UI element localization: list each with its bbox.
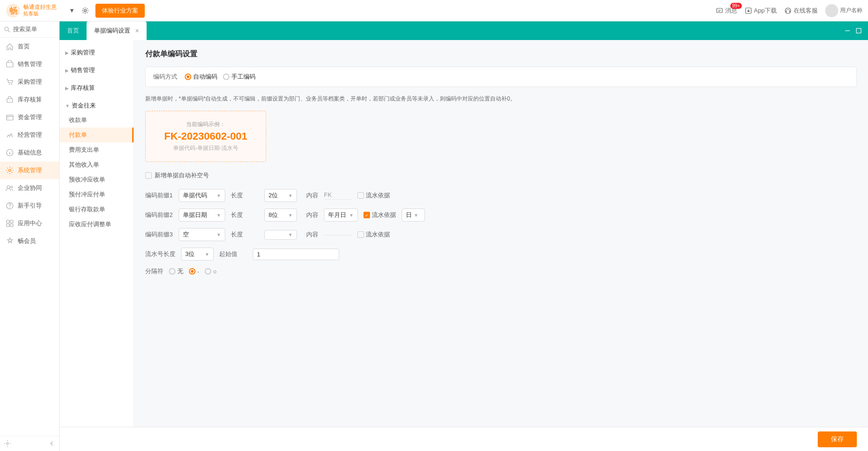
tab-minimize-icon[interactable] xyxy=(844,27,851,34)
prefix3-length-select[interactable]: ▼ xyxy=(264,230,297,240)
separator-circle-radio[interactable] xyxy=(205,268,211,275)
sidebar-item-collab[interactable]: 企业协同 xyxy=(0,179,59,197)
preview-label: 当前编码示例： xyxy=(155,121,256,128)
submenu-item-adjust[interactable]: 应收应付调整单 xyxy=(60,217,134,232)
save-button[interactable]: 保存 xyxy=(818,431,857,447)
prefix1-length-select[interactable]: 2位 ▼ xyxy=(264,189,297,202)
separator-circle-option[interactable]: ○ xyxy=(205,268,217,275)
manual-encode-option[interactable]: 手工编码 xyxy=(223,73,256,81)
svg-point-19 xyxy=(9,207,10,208)
submenu-group-purchase-title[interactable]: ▶ 采购管理 xyxy=(60,46,134,60)
tab-close-icon[interactable]: ✕ xyxy=(135,28,139,34)
prefix2-content-select[interactable]: 年月日 ▼ xyxy=(324,209,358,222)
logo-area: 畅 畅通道好生意 拓客版 xyxy=(6,3,65,18)
prefix3-flow-depend[interactable]: 流水依据 xyxy=(357,230,390,239)
auto-fill-row: 新增单据自动补空号 xyxy=(145,171,857,180)
submenu-item-adjust-label: 应收应付调整单 xyxy=(69,221,111,228)
tab-settings[interactable]: 单据编码设置 ✕ xyxy=(87,21,147,40)
sidebar-item-finance-label: 资金管理 xyxy=(18,113,42,121)
prefix2-flow-checkbox[interactable]: ✓ xyxy=(363,212,370,218)
sidebar-search[interactable]: 搜索菜单 xyxy=(0,21,59,38)
serial-start-input[interactable] xyxy=(253,249,339,260)
sidebar-item-inventory[interactable]: 库存核算 xyxy=(0,91,59,108)
submenu-item-expense[interactable]: 费用支出单 xyxy=(60,142,134,157)
sidebar-item-manage[interactable]: 经营管理 xyxy=(0,126,59,144)
svg-point-15 xyxy=(9,169,11,172)
nav-dropdown[interactable]: ▼ xyxy=(69,7,75,14)
prefix3-flow-checkbox[interactable] xyxy=(357,231,364,238)
sidebar-item-guide-label: 新手引导 xyxy=(18,202,42,210)
settings-gear-button[interactable] xyxy=(79,4,92,17)
submenu-group-capital-title[interactable]: ▼ 资金往来 xyxy=(60,99,134,113)
prefix3-flow-label: 流水依据 xyxy=(366,230,390,239)
auto-fill-checkbox[interactable] xyxy=(145,172,152,179)
tabs-bar: 首页 单据编码设置 ✕ xyxy=(60,21,868,40)
sidebar-item-sales[interactable]: 销售管理 xyxy=(0,55,59,73)
sidebar-item-guide[interactable]: 新手引导 xyxy=(0,197,59,215)
sidebar-item-info[interactable]: 基础信息 xyxy=(0,144,59,162)
sidebar-item-home[interactable]: 首页 xyxy=(0,38,59,55)
manual-encode-radio[interactable] xyxy=(223,74,229,80)
auto-encode-radio[interactable] xyxy=(185,74,191,80)
prefix2-value: 单据日期 xyxy=(183,211,207,219)
sidebar-item-finance[interactable]: 资金管理 xyxy=(0,108,59,126)
submenu-item-other-income[interactable]: 其他收入单 xyxy=(60,157,134,172)
submenu-group-inventory-title[interactable]: ▶ 库存核算 xyxy=(60,81,134,95)
tab-settings-label: 单据编码设置 xyxy=(94,27,130,35)
prefix1-flow-label: 流水依据 xyxy=(366,191,390,200)
separator-none-radio[interactable] xyxy=(169,268,175,275)
svg-point-13 xyxy=(7,118,8,119)
svg-point-2 xyxy=(84,9,86,12)
serial-length-select[interactable]: 3位 ▼ xyxy=(181,248,214,261)
logo-main-text: 畅通道好生意 xyxy=(23,4,57,10)
serial-row: 流水号长度 3位 ▼ 起始值 xyxy=(145,248,857,261)
submenu-item-pre-receive-label: 预收冲应收单 xyxy=(69,176,105,183)
trial-button[interactable]: 体验行业方案 xyxy=(95,4,145,18)
separator-none-option[interactable]: 无 xyxy=(169,267,183,276)
tab-maximize-icon[interactable] xyxy=(855,27,862,34)
tab-home[interactable]: 首页 xyxy=(60,21,87,40)
submenu-group-sales-title[interactable]: ▶ 销售管理 xyxy=(60,63,134,77)
prefix2-row: 编码前缀2 单据日期 ▼ 长度 8位 ▼ 内容 年月日 ▼ xyxy=(145,209,857,222)
arrow-right-icon3: ▶ xyxy=(65,86,69,91)
bottom-collapse-icon[interactable] xyxy=(48,440,55,447)
sidebar-item-manage-label: 经营管理 xyxy=(18,131,42,139)
prefix1-flow-checkbox[interactable] xyxy=(357,192,364,199)
submenu-item-pre-receive[interactable]: 预收冲应收单 xyxy=(60,172,134,187)
form-title: 付款单编码设置 xyxy=(145,49,857,59)
submenu-item-pre-pay[interactable]: 预付冲应付单 xyxy=(60,187,134,202)
submenu-item-payment-label: 付款单 xyxy=(69,131,87,138)
submenu-item-receipt[interactable]: 收款单 xyxy=(60,113,134,128)
auto-encode-option[interactable]: 自动编码 xyxy=(185,73,217,81)
prefix1-flow-depend[interactable]: 流水依据 xyxy=(357,191,390,200)
user-avatar[interactable]: 用户名称 xyxy=(825,4,862,17)
app-download-button[interactable]: App下载 xyxy=(745,7,777,15)
prefix3-value: 空 xyxy=(183,230,189,239)
message-button[interactable]: 消息 99+ xyxy=(716,7,737,15)
submenu-item-payment[interactable]: 付款单 xyxy=(60,128,134,142)
arrow-right-icon2: ▶ xyxy=(65,68,69,73)
submenu-group-sales: ▶ 销售管理 xyxy=(60,61,134,79)
bottom-settings-icon[interactable] xyxy=(4,440,11,447)
sidebar-item-purchase[interactable]: 采购管理 xyxy=(0,73,59,91)
separator-dot-radio[interactable] xyxy=(189,268,195,275)
sidebar-item-system[interactable]: 系统管理 xyxy=(0,162,59,179)
submenu-item-bank[interactable]: 银行存取款单 xyxy=(60,202,134,217)
prefix1-select[interactable]: 单据代码 ▼ xyxy=(179,189,225,202)
prefix1-content-value: FK xyxy=(324,191,352,200)
prefix2-length-select[interactable]: 8位 ▼ xyxy=(264,209,297,222)
sidebar-item-system-label: 系统管理 xyxy=(18,166,42,175)
prefix2-flow-depend[interactable]: ✓ 流水依据 xyxy=(363,211,396,219)
sidebar-item-apps[interactable]: 应用中心 xyxy=(0,215,59,232)
prefix2-arrow-icon: ▼ xyxy=(216,213,221,218)
sidebar-item-member[interactable]: 畅会员 xyxy=(0,232,59,250)
prefix2-select[interactable]: 单据日期 ▼ xyxy=(179,209,225,222)
online-service-button[interactable]: 在线客服 xyxy=(784,7,818,15)
separator-dot-option[interactable]: · xyxy=(189,268,199,275)
prefix3-select[interactable]: 空 ▼ xyxy=(179,228,225,241)
svg-point-9 xyxy=(9,84,10,85)
prefix3-row: 编码前缀3 空 ▼ 长度 ▼ 内容 流水依据 xyxy=(145,228,857,241)
encoding-method-row: 编码方式 自动编码 手工编码 xyxy=(145,67,857,87)
prefix2-period-select[interactable]: 日 ▼ xyxy=(402,209,425,222)
prefix3-content-value xyxy=(324,234,352,236)
